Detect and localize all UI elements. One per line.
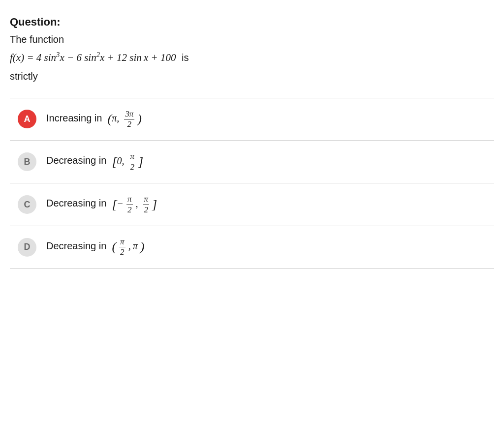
question-body: The function f(x) = 4 sin3x − 6 sin2x + … (10, 31, 494, 84)
question-intro: The function (10, 31, 494, 47)
option-b-interval: [0, π2 ] (112, 155, 143, 166)
function-line: f(x) = 4 sin3x − 6 sin2x + 12 sin x + 10… (10, 49, 494, 66)
option-c-interval: [− π2 , π2 ] (112, 198, 157, 209)
option-a[interactable]: A Increasing in (π, 3π2 ) (10, 98, 494, 141)
option-a-badge: A (18, 110, 36, 128)
function-expression: f(x) = 4 sin3x − 6 sin2x + 12 sin x + 10… (10, 49, 176, 66)
option-b-text: Decreasing in [0, π2 ] (46, 151, 143, 172)
option-d[interactable]: D Decreasing in ( π2 , π ) (10, 226, 494, 269)
option-b[interactable]: B Decreasing in [0, π2 ] (10, 141, 494, 183)
option-d-interval: ( π2 , π ) (112, 240, 144, 251)
question-label: Question: (10, 16, 494, 29)
option-d-text: Decreasing in ( π2 , π ) (46, 237, 144, 258)
question-container: Question: The function f(x) = 4 sin3x − … (10, 16, 494, 269)
options-list: A Increasing in (π, 3π2 ) B Decreasing i… (10, 98, 494, 269)
option-d-badge: D (18, 238, 36, 257)
question-strictly: strictly (10, 68, 494, 84)
option-c[interactable]: C Decreasing in [− π2 , π2 ] (10, 183, 494, 226)
option-a-interval: (π, 3π2 ) (108, 113, 142, 123)
option-c-badge: C (18, 195, 36, 214)
question-suffix: is (179, 50, 189, 65)
option-c-text: Decreasing in [− π2 , π2 ] (46, 194, 157, 215)
option-a-text: Increasing in (π, 3π2 ) (46, 109, 142, 130)
option-b-badge: B (18, 152, 36, 171)
